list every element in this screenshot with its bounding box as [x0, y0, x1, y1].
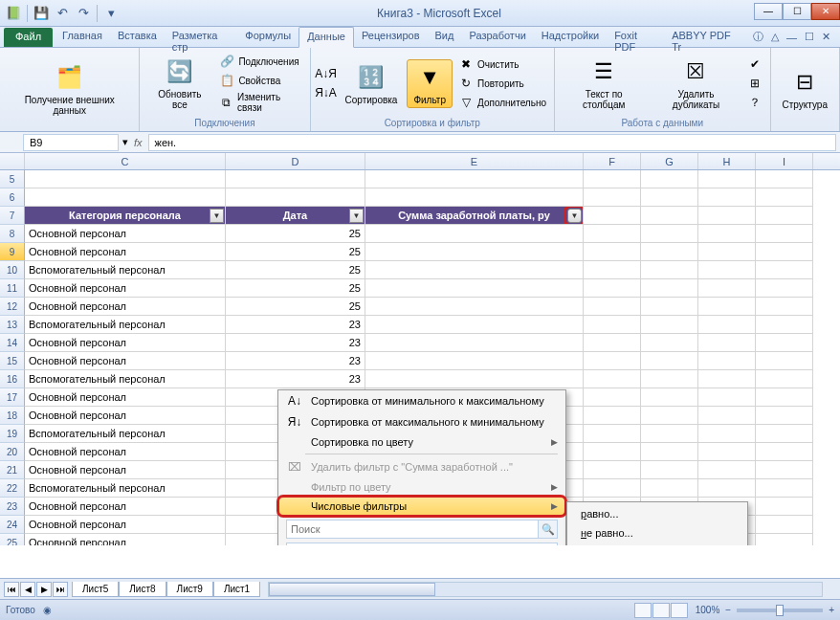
ribbon-tab[interactable]: Вставка — [110, 27, 165, 47]
cell[interactable] — [698, 425, 756, 443]
ribbon-tab[interactable]: Главная — [55, 27, 110, 47]
cell[interactable] — [756, 461, 813, 479]
row-header[interactable]: 21 — [0, 461, 25, 479]
cell[interactable]: 23 — [226, 334, 365, 352]
tab-nav-first[interactable]: ⏮ — [4, 582, 19, 597]
row-header[interactable]: 16 — [0, 370, 25, 388]
cell[interactable]: Сумма заработной платы, ру▼ — [365, 207, 584, 225]
whatif-button[interactable]: ？ — [745, 94, 764, 111]
cell[interactable]: Вспомогательный персонал — [25, 316, 226, 334]
cell[interactable] — [584, 370, 641, 388]
cell[interactable]: 23 — [226, 352, 365, 370]
row-header[interactable]: 24 — [0, 516, 25, 534]
cell[interactable] — [365, 225, 584, 243]
cell[interactable]: Вспомогательный персонал — [25, 425, 226, 443]
cell[interactable] — [584, 298, 641, 316]
column-filter-dropdown[interactable]: ▼ — [210, 209, 224, 223]
cell[interactable] — [756, 479, 813, 498]
cell[interactable]: 23 — [226, 316, 365, 334]
cell[interactable] — [641, 352, 698, 370]
column-filter-dropdown[interactable]: ▼ — [567, 209, 582, 223]
horizontal-scrollbar[interactable] — [268, 582, 823, 597]
ribbon-tab[interactable]: Надстройки — [534, 27, 607, 47]
reapply-button[interactable]: ↻Повторить — [456, 75, 548, 92]
cell[interactable] — [641, 243, 698, 261]
cell[interactable] — [698, 298, 756, 316]
cell[interactable] — [756, 261, 813, 279]
cell[interactable] — [756, 407, 813, 425]
cell[interactable]: Основной персонал — [25, 388, 226, 407]
cell[interactable] — [584, 443, 641, 461]
row-header[interactable]: 8 — [0, 225, 25, 243]
cell[interactable]: Основной персонал — [25, 516, 226, 534]
cell[interactable]: 25 — [226, 298, 365, 316]
submenu-item[interactable]: равно... — [567, 504, 747, 523]
submenu-item[interactable]: не равно... — [567, 523, 747, 542]
cell[interactable] — [584, 170, 641, 188]
cell[interactable] — [698, 443, 756, 461]
advanced-filter-button[interactable]: ▽Дополнительно — [456, 94, 548, 111]
consolidate-button[interactable]: ⊞ — [745, 75, 764, 92]
cell[interactable] — [365, 243, 584, 261]
cell[interactable] — [698, 334, 756, 352]
sort-ascending-item[interactable]: А↓Сортировка от минимального к максималь… — [278, 390, 565, 411]
cell[interactable] — [365, 170, 584, 188]
cell[interactable] — [641, 388, 698, 407]
ribbon-tab[interactable]: Разметка стр — [165, 27, 237, 47]
cell[interactable] — [698, 316, 756, 334]
remove-duplicates-button[interactable]: ☒ Удалить дубликаты — [651, 55, 741, 112]
cell[interactable]: Основной персонал — [25, 279, 226, 298]
cell[interactable]: Основной персонал — [25, 298, 226, 316]
zoom-level[interactable]: 100% — [696, 605, 720, 615]
cell[interactable] — [641, 316, 698, 334]
refresh-all-button[interactable]: 🔄 Обновить все — [145, 55, 213, 112]
cell[interactable] — [584, 461, 641, 479]
edit-links-button[interactable]: ⧉Изменить связи — [217, 91, 303, 114]
cell[interactable]: Основной персонал — [25, 352, 226, 370]
cell[interactable]: Основной персонал — [25, 534, 226, 545]
cell[interactable] — [365, 279, 584, 298]
doc-restore-icon[interactable]: ☐ — [805, 31, 814, 43]
cell[interactable] — [25, 170, 226, 188]
cell[interactable] — [584, 225, 641, 243]
cell[interactable] — [584, 334, 641, 352]
cell[interactable]: Основной персонал — [25, 243, 226, 261]
cell[interactable] — [756, 425, 813, 443]
cell[interactable] — [756, 188, 813, 207]
properties-button[interactable]: 📋Свойства — [217, 72, 303, 89]
sheet-tab[interactable]: Лист8 — [119, 582, 166, 597]
cell[interactable] — [698, 243, 756, 261]
ribbon-tab[interactable]: Данные — [298, 27, 354, 48]
row-header[interactable]: 11 — [0, 279, 25, 298]
cell[interactable] — [641, 207, 698, 225]
row-header[interactable]: 18 — [0, 407, 25, 425]
cell[interactable]: 23 — [226, 370, 365, 388]
cell[interactable] — [641, 461, 698, 479]
ribbon-tab[interactable]: Формулы — [237, 27, 298, 47]
cell[interactable] — [698, 207, 756, 225]
cell[interactable]: Основной персонал — [25, 225, 226, 243]
minimize-button[interactable]: — — [754, 3, 783, 20]
cell[interactable] — [698, 370, 756, 388]
cell[interactable] — [756, 388, 813, 407]
cell[interactable] — [698, 279, 756, 298]
cell[interactable] — [584, 261, 641, 279]
row-header[interactable]: 6 — [0, 188, 25, 207]
cell[interactable] — [365, 188, 584, 207]
minimize-ribbon-icon[interactable]: △ — [771, 31, 779, 43]
outline-button[interactable]: ⊟ Структура — [777, 65, 833, 112]
row-header[interactable]: 10 — [0, 261, 25, 279]
row-header[interactable]: 13 — [0, 316, 25, 334]
name-box[interactable]: B9 — [23, 134, 119, 151]
cell[interactable] — [641, 370, 698, 388]
qat-customize-icon[interactable]: ▾ — [101, 4, 121, 23]
filter-checklist[interactable]: (Выделить все)95649800101251054611456115… — [286, 542, 558, 545]
row-header[interactable]: 25 — [0, 534, 25, 545]
cell[interactable] — [584, 316, 641, 334]
cell[interactable] — [756, 498, 813, 516]
filter-button[interactable]: ▼ Фильтр — [407, 59, 453, 108]
cell[interactable]: Категория персонала▼ — [25, 207, 226, 225]
help-icon[interactable]: ⓘ — [753, 30, 763, 44]
cell[interactable] — [584, 407, 641, 425]
col-header[interactable]: I — [756, 153, 813, 169]
